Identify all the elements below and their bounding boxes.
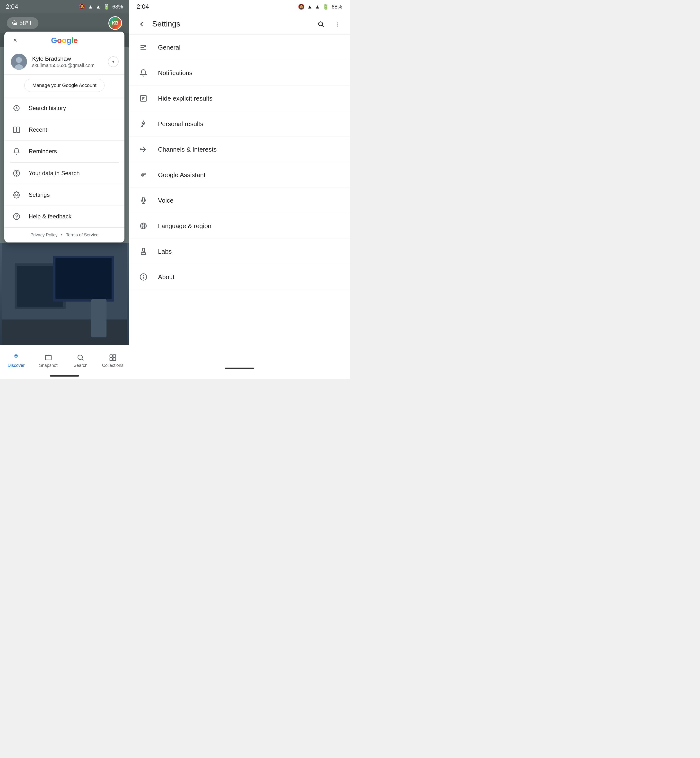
status-bar-left: 2:04 🔕 ▲ ▲ 🔋 68%	[0, 0, 129, 13]
svg-point-44	[140, 149, 141, 150]
reminders-label: Reminders	[29, 148, 57, 155]
language-region-icon	[138, 220, 149, 232]
weather-temp: 58° F	[19, 20, 34, 27]
weather-pill: 🌤 58° F	[7, 17, 38, 29]
hide-explicit-label: Hide explicit results	[158, 95, 212, 102]
svg-point-34	[337, 23, 338, 25]
svg-rect-12	[17, 127, 19, 133]
nav-discover[interactable]: Discover	[0, 354, 32, 371]
collections-icon	[109, 354, 117, 362]
mute-icon-right: 🔕	[298, 4, 305, 10]
search-history-icon	[11, 103, 22, 114]
settings-item-about[interactable]: About	[129, 264, 350, 290]
discover-icon	[12, 354, 20, 362]
menu-item-reminders[interactable]: Reminders	[5, 141, 125, 162]
snapshot-label: Snapshot	[39, 363, 58, 368]
collections-label: Collections	[102, 363, 123, 368]
manage-account-button[interactable]: Manage your Google Account	[24, 79, 105, 92]
google-assistant-icon	[138, 169, 149, 181]
channels-interests-icon	[138, 143, 149, 155]
svg-point-33	[337, 22, 338, 23]
hide-explicit-icon: E	[138, 92, 149, 104]
overlay-menu: × G o o g l e	[5, 31, 125, 242]
account-row[interactable]: Kyle Bradshaw skullman555626@gmail.com ▾	[5, 49, 125, 75]
search-icon	[77, 354, 84, 362]
account-chevron-button[interactable]: ▾	[108, 56, 119, 67]
svg-rect-29	[110, 358, 112, 360]
home-indicator-left	[50, 375, 79, 377]
svg-point-57	[142, 253, 143, 253]
manage-account-row: Manage your Google Account	[5, 75, 125, 97]
right-panel: 2:04 🔕 ▲ ▲ 🔋 68% Settings	[129, 0, 350, 379]
settings-item-google-assistant[interactable]: Google Assistant	[129, 162, 350, 188]
recent-icon	[11, 125, 22, 135]
nav-collections[interactable]: Collections	[97, 354, 129, 371]
chevron-down-icon: ▾	[112, 59, 114, 64]
back-button[interactable]	[136, 18, 147, 30]
logo-e: e	[73, 36, 78, 45]
bg-image	[0, 243, 129, 345]
svg-point-48	[144, 173, 145, 175]
menu-item-help[interactable]: Help & feedback	[5, 206, 125, 228]
close-icon: ×	[13, 37, 17, 44]
account-info: Kyle Bradshaw skullman555626@gmail.com	[32, 55, 103, 68]
svg-rect-30	[113, 358, 116, 360]
search-history-label: Search history	[29, 105, 66, 112]
settings-item-labs[interactable]: Labs	[129, 239, 350, 264]
svg-rect-27	[110, 355, 112, 357]
terms-of-service-link[interactable]: Terms of Service	[66, 232, 98, 238]
search-button[interactable]	[315, 18, 327, 30]
settings-item-voice[interactable]: Voice	[129, 188, 350, 213]
svg-rect-5	[2, 320, 127, 345]
bottom-nav-left: Discover Snapshot Search	[0, 345, 129, 379]
settings-item-personal-results[interactable]: Personal results	[129, 111, 350, 137]
logo-g: G	[51, 36, 57, 45]
settings-item-general[interactable]: General	[129, 35, 350, 60]
language-region-label: Language & region	[158, 222, 211, 230]
menu-item-search-history[interactable]: Search history	[5, 97, 125, 119]
general-label: General	[158, 44, 181, 51]
avatar-initials: KB	[112, 21, 118, 26]
time-left: 2:04	[6, 3, 18, 11]
settings-item-language-region[interactable]: Language & region	[129, 213, 350, 239]
privacy-separator: •	[61, 232, 62, 238]
svg-rect-49	[142, 197, 144, 201]
svg-point-53	[142, 223, 145, 229]
menu-item-settings[interactable]: Settings	[5, 184, 125, 206]
svg-point-15	[16, 194, 17, 196]
weather-bar: 🌤 58° F KB	[0, 13, 129, 33]
nav-search[interactable]: Search	[64, 354, 97, 371]
settings-icon	[11, 190, 22, 200]
logo-l: l	[71, 36, 73, 45]
menu-item-recent[interactable]: Recent	[5, 119, 125, 141]
help-label: Help & feedback	[29, 213, 72, 220]
svg-line-32	[322, 25, 323, 27]
weather-icon: 🌤	[12, 20, 17, 27]
bottom-nav-right	[129, 357, 350, 379]
google-assistant-label: Google Assistant	[158, 171, 205, 179]
snapshot-icon	[44, 354, 52, 362]
svg-point-35	[337, 25, 338, 27]
status-icons-left: 🔕 ▲ ▲ 🔋 68%	[79, 4, 123, 10]
logo-o1: o	[57, 36, 62, 45]
svg-rect-21	[45, 356, 51, 360]
home-indicator-right	[225, 368, 254, 369]
privacy-policy-link[interactable]: Privacy Policy	[30, 232, 58, 238]
left-panel: 2:04 🔕 ▲ ▲ 🔋 68% 🌤 58° F KB G o o g l e	[0, 0, 129, 379]
about-icon	[138, 271, 149, 283]
status-icons-right: 🔕 ▲ ▲ 🔋 68%	[298, 4, 342, 10]
settings-item-notifications[interactable]: Notifications	[129, 60, 350, 86]
close-button[interactable]: ×	[10, 36, 20, 45]
signal-icon-right: ▲	[315, 4, 320, 10]
recent-label: Recent	[29, 126, 47, 133]
settings-item-hide-explicit[interactable]: E Hide explicit results	[129, 86, 350, 111]
avatar-top[interactable]: KB	[108, 16, 122, 30]
reminders-icon	[11, 146, 22, 157]
personal-results-label: Personal results	[158, 120, 203, 128]
svg-point-58	[144, 252, 145, 253]
settings-item-channels-interests[interactable]: Channels & Interests	[129, 137, 350, 162]
nav-snapshot[interactable]: Snapshot	[32, 354, 65, 371]
more-options-button[interactable]	[331, 18, 343, 30]
wifi-icon-right: ▲	[307, 4, 312, 10]
menu-item-your-data[interactable]: Your data in Search	[5, 162, 125, 184]
